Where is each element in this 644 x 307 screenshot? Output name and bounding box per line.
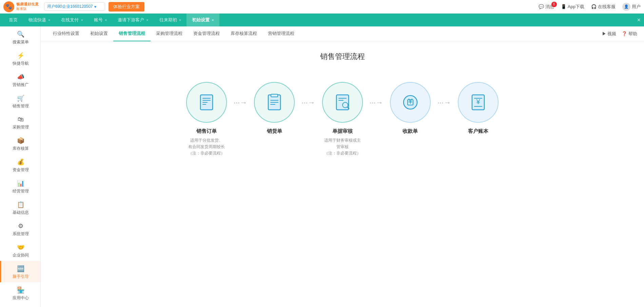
tab-payment[interactable]: 在线支付 × xyxy=(56,14,88,26)
trial-button[interactable]: 体验行业方案 xyxy=(109,2,144,12)
user-selector-label: 用户690企业1660120507 xyxy=(47,4,93,9)
subtab-purchase-flow-label: 采购管理流程 xyxy=(156,30,182,37)
logo-area: 🐾 畅康通好生意 标准版 xyxy=(3,1,44,12)
tab-initial-period[interactable]: 往来期初 × xyxy=(154,14,187,26)
flow-item-sales-order: 销售订单 适用于分批发货、有合同发货周期较长（注：非必要流程） xyxy=(176,82,237,157)
top-right-area: 💬 消息 6 📱 App下载 🎧 在线客服 👤 用户 xyxy=(539,3,641,11)
svg-text:¥: ¥ xyxy=(408,97,413,105)
tab-initial-period-label: 往来期初 xyxy=(159,17,177,23)
flow-circle-doc-review xyxy=(322,82,363,123)
online-service-button[interactable]: 🎧 在线客服 xyxy=(591,4,616,10)
flow-circle-customer-ledger: ¥ xyxy=(458,82,499,123)
sidebar-item-newbie[interactable]: 🆕 新手引导 xyxy=(0,261,40,282)
top-bar: 🐾 畅康通好生意 标准版 用户690企业1660120507 ▾ 体验行业方案 … xyxy=(0,0,644,14)
tab-initial-setup-label: 初始设置 xyxy=(192,17,210,23)
sidebar-item-appstore[interactable]: 🏪 应用中心 xyxy=(0,282,40,304)
app-download-button[interactable]: 📱 App下载 xyxy=(561,4,584,10)
flow-circle-sales-delivery xyxy=(254,82,295,123)
box-icon: 📦 xyxy=(17,137,24,144)
close-icon[interactable]: × xyxy=(212,18,214,22)
download-icon: 📱 xyxy=(561,4,566,9)
subtab-inventory-flow[interactable]: 库存核算流程 xyxy=(225,26,262,41)
close-icon[interactable]: × xyxy=(105,18,107,22)
flow-desc-doc-review: 适用于财务审核或主管审核（注：非必要流程） xyxy=(324,137,361,157)
close-icon[interactable]: × xyxy=(48,18,50,22)
subtab-finance-flow[interactable]: 资金管理流程 xyxy=(188,26,225,41)
user-selector[interactable]: 用户690企业1660120507 ▾ xyxy=(44,2,105,11)
subtab-initial-label: 初始设置 xyxy=(90,30,108,37)
sidebar: 🔍 搜索菜单 ⚡ 快捷导航 📣 营销推广 🛒 销售管理 🛍 采购管理 📦 库存核… xyxy=(0,26,41,307)
subtab-sales-flow[interactable]: 销售管理流程 xyxy=(113,26,151,41)
flow-title-customer-ledger: 客户账本 xyxy=(468,128,488,135)
sidebar-label-cooperation: 企业协同 xyxy=(13,252,29,258)
close-icon[interactable]: × xyxy=(81,18,83,22)
sidebar-item-inventory[interactable]: 📦 库存核算 xyxy=(0,133,40,154)
sidebar-item-quick[interactable]: ⚡ 快捷导航 xyxy=(0,48,40,69)
video-icon: ▶ xyxy=(602,31,606,36)
flow-desc-sales-order: 适用于分批发货、有合同发货周期较长（注：非必要流程） xyxy=(188,137,225,157)
sidebar-item-finance[interactable]: 💰 资金管理 xyxy=(0,154,40,176)
sidebar-label-basics: 基础信息 xyxy=(13,210,29,216)
sidebar-item-marketing[interactable]: 📣 营销推广 xyxy=(0,69,40,90)
handshake-icon: 🤝 xyxy=(17,244,24,251)
video-button[interactable]: ▶ 视频 xyxy=(602,31,617,37)
sidebar-label-newbie: 新手引导 xyxy=(13,274,29,280)
logo-icon: 🐾 xyxy=(3,1,14,12)
tab-invite-label: 邀请下游客户 xyxy=(118,17,144,23)
subtab-inventory-flow-label: 库存核算流程 xyxy=(231,30,257,37)
messages-badge: 6 xyxy=(551,2,557,7)
order-icon xyxy=(197,93,216,112)
search-icon: 🔍 xyxy=(17,30,24,38)
messages-button[interactable]: 💬 消息 6 xyxy=(539,4,554,10)
gear-icon: ⚙ xyxy=(18,222,23,230)
subtab-marketing-flow-label: 营销管理流程 xyxy=(268,30,294,37)
sidebar-item-cooperation[interactable]: 🤝 企业协同 xyxy=(0,240,40,261)
sidebar-item-search[interactable]: 🔍 搜索菜单 xyxy=(0,26,40,48)
user-menu-button[interactable]: 👤 用户 xyxy=(622,3,641,11)
sidebar-item-operations[interactable]: 📊 经营管理 xyxy=(0,176,40,197)
close-icon[interactable]: × xyxy=(179,18,181,22)
sidebar-label-sales: 销售管理 xyxy=(13,103,29,109)
sidebar-item-purchase[interactable]: 🛍 采购管理 xyxy=(0,112,40,133)
sidebar-item-sales[interactable]: 🛒 销售管理 xyxy=(0,90,40,112)
online-service-label: 在线客服 xyxy=(598,4,616,10)
store-icon: 🏪 xyxy=(17,286,24,294)
tab-invite[interactable]: 邀请下游客户 × xyxy=(112,14,154,26)
headset-icon: 🎧 xyxy=(591,4,597,9)
close-all-tabs-button[interactable]: × xyxy=(637,17,641,24)
subtab-industry[interactable]: 行业特性设置 xyxy=(47,26,85,41)
svg-rect-6 xyxy=(271,94,278,97)
tab-home-label: 首页 xyxy=(9,17,18,23)
avatar: 👤 xyxy=(622,3,630,11)
page-title: 销售管理流程 xyxy=(54,52,630,62)
tab-logistics[interactable]: 物流快递 × xyxy=(23,14,56,26)
close-icon[interactable]: × xyxy=(146,18,148,22)
video-label: 视频 xyxy=(607,31,616,36)
delivery-icon xyxy=(265,93,284,112)
flow-item-doc-review: 单据审核 适用于财务审核或主管审核（注：非必要流程） xyxy=(312,82,373,157)
page-content: 销售管理流程 销售订单 适用于分批发货、有合同 xyxy=(41,41,644,307)
tab-home[interactable]: 首页 xyxy=(3,14,23,26)
help-icon: ❓ xyxy=(622,31,627,36)
svg-text:¥: ¥ xyxy=(476,98,481,105)
sidebar-item-basics[interactable]: 📋 基础信息 xyxy=(0,197,40,218)
logo-line2: 标准版 xyxy=(16,6,39,11)
subtab-marketing-flow[interactable]: 营销管理流程 xyxy=(262,26,300,41)
megaphone-icon: 📣 xyxy=(17,73,24,81)
receipt-icon: ¥ xyxy=(401,93,420,112)
user-name-label: 用户 xyxy=(632,4,641,10)
help-button[interactable]: ❓ 帮助 xyxy=(622,31,637,37)
tab-logistics-label: 物流快递 xyxy=(28,17,46,23)
subtab-initial[interactable]: 初始设置 xyxy=(85,26,113,41)
subtab-purchase-flow[interactable]: 采购管理流程 xyxy=(151,26,188,41)
subtab-industry-label: 行业特性设置 xyxy=(53,30,79,37)
main-layout: 🔍 搜索菜单 ⚡ 快捷导航 📣 营销推广 🛒 销售管理 🛍 采购管理 📦 库存核… xyxy=(0,26,644,307)
tab-initial-setup[interactable]: 初始设置 × xyxy=(187,14,219,26)
flow-title-sales-delivery: 销货单 xyxy=(267,128,282,135)
flow-circle-receipt: ¥ xyxy=(390,82,431,123)
flow-item-customer-ledger: ¥ 客户账本 xyxy=(448,82,509,137)
tab-account[interactable]: 账号 × xyxy=(89,14,112,26)
sidebar-label-search: 搜索菜单 xyxy=(13,39,29,45)
sidebar-item-wechat[interactable]: 💬 企业微信 xyxy=(0,304,40,307)
sidebar-item-system[interactable]: ⚙ 系统管理 xyxy=(0,218,40,240)
